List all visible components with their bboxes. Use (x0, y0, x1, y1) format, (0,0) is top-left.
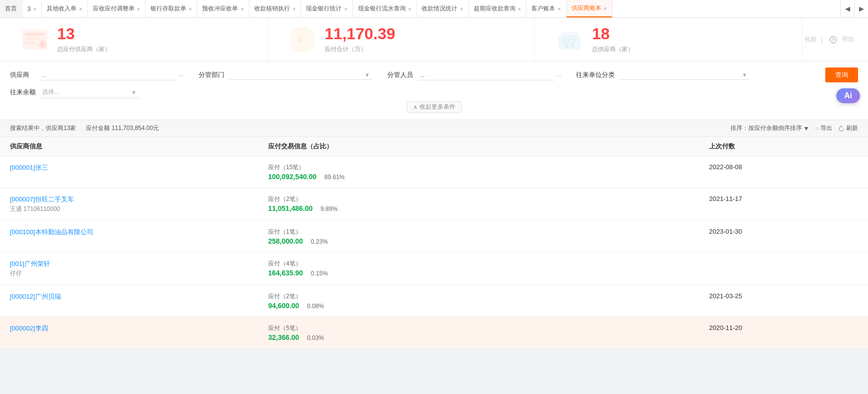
trans-amount-5: 32,366.00 (268, 333, 299, 341)
collapse-button[interactable]: ∧ 收起更多条件 (407, 101, 462, 113)
help-text: 帮助 (842, 35, 854, 44)
balance-select-text: 选择... (42, 88, 131, 96)
last-pay-cell-1: 2021-11-17 (709, 195, 858, 202)
top-right-links: 视频 | ? 帮助 (802, 35, 868, 44)
supplier-name-0[interactable]: [000001]张三 (10, 164, 48, 171)
nav-tab-3[interactable]: 应收应付调整单× (88, 0, 145, 17)
tab-close-icon-3[interactable]: × (137, 6, 140, 12)
tab-close-icon-6[interactable]: × (292, 6, 295, 12)
tab-close-icon-8[interactable]: × (408, 6, 411, 12)
collapse-bar: ∧ 收起更多条件 (10, 98, 858, 114)
last-pay-cell-2: 2023-01-30 (709, 228, 858, 235)
filter-balance: 往来余额 选择... ▼ (10, 86, 184, 98)
last-pay-cell-5: 2020-11-20 (709, 324, 858, 331)
sort-button[interactable]: 排序：按应付余额倒序排序 ▼ (730, 124, 809, 132)
tab-close-icon-1[interactable]: × (33, 6, 36, 12)
trans-percent-5: 0.03% (307, 334, 324, 341)
tab-close-icon-5[interactable]: × (240, 6, 243, 12)
filter-balance-label: 往来余额 (10, 88, 36, 97)
tab-close-icon-7[interactable]: × (344, 6, 347, 12)
category-select[interactable]: ▼ (619, 70, 750, 80)
last-pay-cell-4: 2021-03-25 (709, 292, 858, 300)
sort-label: 排序：按应付余额倒序排序 (730, 124, 802, 132)
supplier-name-2[interactable]: [000100]本特勤油品有限公司 (10, 228, 93, 236)
nav-tab-11[interactable]: 客户账本× (526, 0, 566, 17)
filter-category-label: 往来单位分类 (576, 70, 615, 79)
nav-tab-0[interactable]: 首页 (0, 0, 22, 17)
nav-tab-10[interactable]: 超期应收款查询× (469, 0, 526, 17)
supplier-input[interactable] (39, 70, 177, 80)
transaction-cell-1: 应付（2笔）11,051,486.009.89% (268, 195, 709, 212)
stat-icon-3 (555, 25, 584, 55)
stat-number-1: 13 (57, 25, 111, 43)
trans-label-3: 应付（4笔） (268, 260, 709, 268)
stat-payable-suppliers: ¥ 13 总应付供应商（家） (0, 18, 268, 61)
nav-tab-8[interactable]: 现金银行流水查询× (353, 0, 417, 17)
col-header-transaction: 应付交易信息（占比） (268, 142, 709, 151)
table-row-3: [001]广州荣轩仔仔应付（4笔）164,635.900.15% (0, 253, 868, 285)
tab-close-icon-11[interactable]: × (558, 6, 561, 12)
nav-tab-6[interactable]: 收款核销执行× (249, 0, 301, 17)
stat-label-3: 总供应商（家） (592, 45, 634, 54)
filter-manager-label: 分管人员 (387, 70, 413, 79)
amount-text: 应付金额 111,703,854.00元 (86, 124, 159, 132)
tab-close-icon-12[interactable]: × (604, 5, 607, 11)
svg-rect-11 (565, 42, 569, 48)
category-arrow-icon: ▼ (742, 72, 747, 78)
nav-tab-9[interactable]: 收款情况统计× (417, 0, 468, 17)
nav-tab-12[interactable]: 供应商账本× (567, 0, 612, 17)
video-link[interactable]: 视频 (804, 35, 816, 44)
filter-department: 分管部门 ▼ (199, 70, 372, 80)
manager-input[interactable] (417, 70, 554, 80)
stat-total-suppliers: 18 总供应商（家） (535, 18, 802, 61)
supplier-name-3[interactable]: [001]广州荣轩 (10, 260, 50, 267)
nav-tab-5[interactable]: 预收冲应收单× (197, 0, 249, 17)
table-row-2: [000100]本特勤油品有限公司应付（1笔）258,000.000.23%20… (0, 221, 868, 253)
stat-content-2: 11,170.39 应付合计（万） (325, 25, 395, 53)
supplier-name-4[interactable]: [000012]广州贝瑞 (10, 293, 61, 300)
supplier-name-1[interactable]: [000007]恒旺二手叉车 (10, 196, 74, 203)
nav-tab-7[interactable]: 现金银行统计× (301, 0, 353, 17)
refresh-label: 刷新 (846, 124, 858, 132)
tab-close-icon-9[interactable]: × (460, 6, 463, 12)
transaction-cell-0: 应付（15笔）100,092,540.0089.61% (268, 163, 709, 181)
tab-close-icon-4[interactable]: × (189, 6, 192, 12)
department-select[interactable]: ▼ (228, 70, 372, 80)
tab-close-icon-2[interactable]: × (79, 6, 82, 12)
refresh-icon (838, 125, 845, 131)
query-button[interactable]: 查询 (825, 67, 858, 82)
filter-row-2: 往来余额 选择... ▼ (10, 86, 858, 98)
trans-percent-1: 9.89% (321, 205, 338, 212)
supplier-name-5[interactable]: [000002]李四 (10, 325, 48, 332)
result-text: 搜索结果中，供应商13家 (10, 124, 76, 132)
help-link[interactable]: ? 帮助 (828, 35, 856, 44)
nav-tab-4[interactable]: 银行存取款单× (145, 0, 197, 17)
export-label: 导出 (820, 124, 832, 132)
ai-badge[interactable]: Ai (836, 88, 860, 103)
filter-row-1: 供应商 ··· 分管部门 ▼ 分管人员 ··· 往来单位分类 ▼ 查询 (10, 67, 858, 82)
last-pay-cell-0: 2022-08-08 (709, 163, 858, 171)
nav-next-arrow[interactable]: ▶ (854, 0, 868, 17)
transaction-cell-3: 应付（4笔）164,635.900.15% (268, 260, 709, 277)
stat-icon-1: ¥ (20, 25, 50, 55)
svg-rect-10 (562, 32, 578, 38)
svg-rect-15 (573, 39, 576, 41)
trans-label-5: 应付（5笔） (268, 324, 709, 332)
stat-total-payable: ¥ 11,170.39 应付合计（万） (268, 18, 535, 61)
trans-percent-3: 0.15% (311, 270, 328, 277)
export-button[interactable]: ○ 导出 (815, 124, 832, 132)
nav-tab-2[interactable]: 其他收入单× (42, 0, 87, 17)
table-row-1: [000007]恒旺二手叉车王通 17106110000应付（2笔）11,051… (0, 188, 868, 221)
nav-tab-1[interactable]: 3× (22, 0, 42, 17)
refresh-button[interactable]: 刷新 (838, 124, 858, 132)
trans-label-0: 应付（15笔） (268, 163, 709, 172)
trans-amount-0: 100,092,540.00 (268, 173, 316, 181)
trans-label-1: 应付（2笔） (268, 195, 709, 203)
svg-rect-13 (563, 39, 566, 41)
nav-prev-arrow[interactable]: ◀ (840, 0, 854, 17)
tab-close-icon-10[interactable]: × (518, 6, 521, 12)
balance-select[interactable]: 选择... ▼ (40, 86, 139, 98)
supplier-dots: ··· (178, 71, 184, 79)
col-header-lastpay: 上次付数 (709, 142, 858, 151)
trans-row-4: 94,600.000.08% (268, 301, 709, 310)
